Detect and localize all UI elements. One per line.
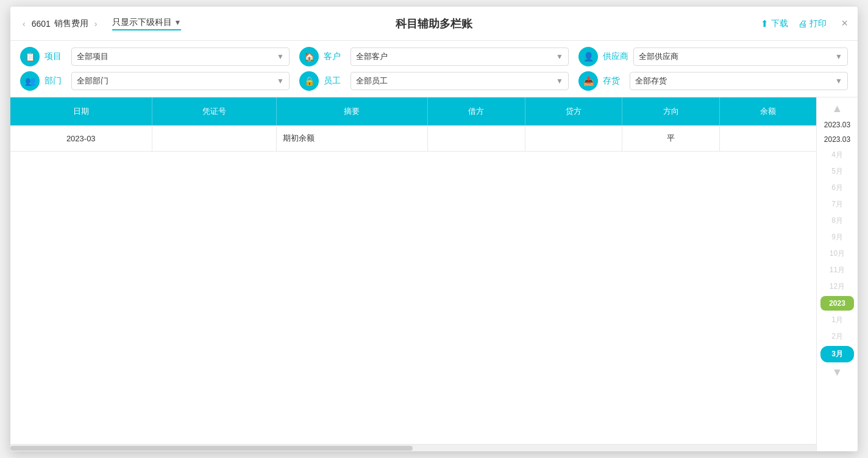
timeline-item-dec[interactable]: 12月 — [817, 278, 858, 295]
timeline-down-btn[interactable]: ▼ — [832, 364, 843, 381]
timeline-item-may[interactable]: 5月 — [817, 163, 858, 180]
supplier-label: 供应商 — [603, 51, 628, 62]
timeline-item-jun[interactable]: 6月 — [817, 180, 858, 196]
supplier-value: 全部供应商 — [639, 51, 678, 62]
modal-title: 科目辅助多栏账 — [396, 16, 472, 31]
filter-customer: 🏠 客户 全部客户 ▼ — [299, 47, 569, 66]
customer-label: 客户 — [324, 51, 346, 62]
download-btn[interactable]: ⬆ 下载 — [761, 18, 788, 29]
col-summary: 摘要 — [276, 97, 427, 125]
timeline-item-apr[interactable]: 4月 — [817, 147, 858, 163]
print-label: 打印 — [809, 18, 827, 29]
supplier-select[interactable]: 全部供应商 ▼ — [633, 48, 848, 66]
ledger-table: 日期 凭证号 摘要 借方 贷方 方向 余额 2023-03 — [10, 97, 816, 152]
employee-label: 员工 — [324, 76, 346, 86]
timeline-item-aug[interactable]: 8月 — [817, 213, 858, 229]
prev-account-btn[interactable]: ‹ — [20, 18, 28, 30]
customer-select[interactable]: 全部客户 ▼ — [350, 48, 569, 66]
employee-icon: 🔒 — [299, 71, 319, 91]
inventory-icon: 📥 — [578, 71, 598, 91]
filter-bar: 📋 项目 全部项目 ▼ 🏠 客户 全部客户 ▼ 👤 供应商 全部供应商 ▼ — [10, 41, 858, 97]
show-sub-dropdown[interactable]: 只显示下级科目 ▼ — [112, 17, 182, 30]
filter-employee: 🔒 员工 全部员工 ▼ — [299, 71, 569, 91]
timeline-item-mar-active[interactable]: 3月 — [820, 346, 854, 362]
table-header-row: 日期 凭证号 摘要 借方 贷方 方向 余额 — [10, 97, 816, 125]
timeline-panel: ▲ 2023.03 2023.03 4月 5月 6月 7月 8月 9月 10月 … — [816, 97, 858, 451]
timeline-item-jan[interactable]: 1月 — [817, 312, 858, 328]
timeline-item-oct[interactable]: 10月 — [817, 245, 858, 262]
close-btn[interactable]: × — [841, 17, 848, 30]
col-date: 日期 — [10, 97, 152, 125]
download-label: 下载 — [771, 18, 788, 29]
customer-value: 全部客户 — [356, 51, 388, 62]
timeline-item-jul[interactable]: 7月 — [817, 196, 858, 213]
employee-select[interactable]: 全部员工 ▼ — [350, 72, 569, 90]
col-voucher: 凭证号 — [152, 97, 276, 125]
print-icon: 🖨 — [798, 18, 807, 29]
project-icon: 📋 — [20, 47, 40, 66]
timeline-item-2023-03-a[interactable]: 2023.03 — [817, 118, 858, 132]
timeline-up-btn[interactable]: ▲ — [832, 100, 843, 118]
project-label: 项目 — [44, 51, 66, 62]
show-sub-label: 只显示下级科目 — [112, 17, 172, 28]
timeline-item-2023-03-b[interactable]: 2023.03 — [817, 132, 858, 147]
customer-chevron-icon: ▼ — [556, 52, 563, 61]
supplier-icon: 👤 — [578, 47, 598, 66]
next-account-btn[interactable]: › — [92, 18, 100, 30]
cell-balance — [720, 125, 816, 152]
main-content: 日期 凭证号 摘要 借方 贷方 方向 余额 2023-03 — [10, 97, 858, 451]
modal-header: ‹ 6601 销售费用 › 只显示下级科目 ▼ 科目辅助多栏账 ⬆ 下载 🖨 打… — [10, 7, 858, 41]
project-value: 全部项目 — [77, 51, 108, 62]
account-code: 6601 — [32, 19, 51, 29]
inventory-value: 全部存货 — [635, 76, 667, 86]
timeline-item-sep[interactable]: 9月 — [817, 229, 858, 245]
filter-department: 👥 部门 全部部门 ▼ — [20, 71, 290, 91]
project-chevron-icon: ▼ — [277, 52, 284, 61]
cell-direction: 平 — [622, 125, 720, 152]
cell-debit — [427, 125, 525, 152]
main-modal: ‹ 6601 销售费用 › 只显示下级科目 ▼ 科目辅助多栏账 ⬆ 下载 🖨 打… — [10, 7, 858, 451]
inventory-label: 存货 — [603, 76, 625, 86]
filter-inventory: 📥 存货 全部存货 ▼ — [578, 71, 848, 91]
table-area: 日期 凭证号 摘要 借方 贷方 方向 余额 2023-03 — [10, 97, 816, 451]
col-credit: 贷方 — [525, 97, 622, 125]
supplier-chevron-icon: ▼ — [835, 52, 842, 61]
cell-voucher — [152, 125, 276, 152]
employee-value: 全部员工 — [356, 76, 388, 86]
timeline-year-2023[interactable]: 2023 — [820, 296, 854, 311]
col-debit: 借方 — [427, 97, 525, 125]
cell-summary: 期初余额 — [276, 125, 427, 152]
download-icon: ⬆ — [761, 18, 769, 29]
employee-chevron-icon: ▼ — [556, 77, 563, 85]
cell-date: 2023-03 — [10, 125, 152, 152]
department-value: 全部部门 — [77, 76, 108, 86]
table-row: 2023-03 期初余额 平 — [10, 125, 816, 152]
department-chevron-icon: ▼ — [277, 77, 284, 85]
department-select[interactable]: 全部部门 ▼ — [71, 72, 290, 90]
customer-icon: 🏠 — [299, 47, 319, 66]
col-direction: 方向 — [622, 97, 720, 125]
table-wrapper[interactable]: 日期 凭证号 摘要 借方 贷方 方向 余额 2023-03 — [10, 97, 816, 444]
horizontal-scrollbar[interactable] — [10, 444, 816, 451]
modal-actions: ⬆ 下载 🖨 打印 × — [761, 17, 848, 30]
filter-supplier: 👤 供应商 全部供应商 ▼ — [578, 47, 848, 66]
col-balance: 余额 — [720, 97, 816, 125]
inventory-chevron-icon: ▼ — [835, 77, 842, 85]
scrollbar-thumb[interactable] — [10, 446, 413, 451]
print-btn[interactable]: 🖨 打印 — [798, 18, 827, 29]
department-label: 部门 — [44, 76, 66, 86]
timeline-item-nov[interactable]: 11月 — [817, 262, 858, 278]
department-icon: 👥 — [20, 71, 40, 91]
cell-credit — [525, 125, 622, 152]
project-select[interactable]: 全部项目 ▼ — [71, 48, 290, 66]
filter-project: 📋 项目 全部项目 ▼ — [20, 47, 290, 66]
account-name: 销售费用 — [54, 18, 88, 29]
inventory-select[interactable]: 全部存货 ▼ — [630, 72, 848, 90]
timeline-item-feb[interactable]: 2月 — [817, 328, 858, 345]
nav-account: ‹ 6601 销售费用 › — [20, 18, 100, 30]
show-sub-chevron-icon: ▼ — [174, 18, 182, 27]
